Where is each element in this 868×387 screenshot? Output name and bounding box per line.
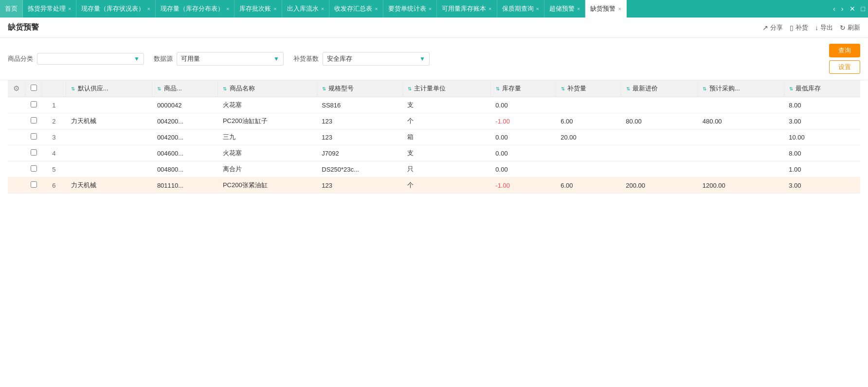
tab-stock-dist[interactable]: 现存量（库存分布表） × xyxy=(156,0,235,18)
datasource-select[interactable]: 可用量 ▼ xyxy=(177,52,284,66)
row-select-checkbox-1[interactable] xyxy=(31,117,37,123)
row-code-3: 004600... xyxy=(152,145,218,161)
row-name-4: 离合片 xyxy=(218,161,317,177)
tab-overstock[interactable]: 超储预警 × xyxy=(544,0,585,18)
refresh-icon: ↻ xyxy=(840,24,846,32)
row-unit-2: 箱 xyxy=(402,129,490,145)
row-min-stock-4: 1.00 xyxy=(784,161,860,177)
row-spec-2: 123 xyxy=(317,129,402,145)
tab-demand-stats[interactable]: 要货单统计表 × xyxy=(383,0,437,18)
row-supplier-2 xyxy=(66,129,152,145)
datasource-filter-label: 数据源 xyxy=(154,54,173,63)
settings-button[interactable]: 设置 xyxy=(829,60,860,74)
supplier-sort-icon: ⇅ xyxy=(71,86,75,91)
row-spec-1: 123 xyxy=(317,113,402,129)
tab-available-ledger[interactable]: 可用量库存账本 × xyxy=(437,0,497,18)
row-checkbox-3 xyxy=(25,145,42,161)
tab-close-demand-stats[interactable]: × xyxy=(429,6,432,12)
row-settings-4 xyxy=(8,161,25,177)
tab-shelf-life[interactable]: 保质期查询 × xyxy=(497,0,544,18)
row-checkbox-2 xyxy=(25,129,42,145)
tab-shortage[interactable]: 缺货预警 × xyxy=(585,0,626,18)
category-select-arrow: ▼ xyxy=(134,55,140,62)
main-content: 缺货预警 ↗ 分享 ▯ 补货 ↓ 导出 ↻ 刷新 商品分类 xyxy=(0,18,868,387)
replenish-basis-filter-group: 补货基数 安全库存 ▼ xyxy=(293,52,430,66)
page-header: 缺货预警 ↗ 分享 ▯ 补货 ↓ 导出 ↻ 刷新 xyxy=(0,18,868,38)
tab-close-available-ledger[interactable]: × xyxy=(488,6,491,12)
tab-scroll-left[interactable]: ‹ xyxy=(830,0,838,18)
tab-close-collect-summary[interactable]: × xyxy=(375,6,378,12)
column-checkbox-all xyxy=(25,80,42,97)
row-supplier-3 xyxy=(66,145,152,161)
column-min-stock: ⇅ 最低库存 xyxy=(784,80,860,97)
row-min-stock-5: 3.00 xyxy=(784,177,860,194)
est-purchase-sort-icon: ⇅ xyxy=(703,86,706,91)
row-min-stock-1: 3.00 xyxy=(784,113,860,129)
row-unit-1: 个 xyxy=(402,113,490,129)
row-min-stock-2: 10.00 xyxy=(784,129,860,145)
row-select-checkbox-3[interactable] xyxy=(31,149,37,156)
export-button[interactable]: ↓ 导出 xyxy=(815,23,833,32)
replenish-button[interactable]: ▯ 补货 xyxy=(790,23,808,32)
column-gear-icon[interactable]: ⚙ xyxy=(13,84,19,92)
row-select-checkbox-0[interactable] xyxy=(31,101,37,107)
tab-close-shortage[interactable]: × xyxy=(618,6,621,12)
datasource-select-value: 可用量 xyxy=(181,54,200,63)
tab-close-in-out-flow[interactable]: × xyxy=(321,6,324,12)
tab-stock-status[interactable]: 现存量（库存状况表） × xyxy=(76,0,155,18)
tab-close-stock-status[interactable]: × xyxy=(147,6,150,12)
replenish-basis-select[interactable]: 安全库存 ▼ xyxy=(323,52,430,66)
tab-home[interactable]: 首页 xyxy=(0,0,23,18)
row-select-checkbox-4[interactable] xyxy=(31,165,37,172)
row-settings-3 xyxy=(8,145,25,161)
stock-sort-icon: ⇅ xyxy=(496,86,500,91)
tab-close-overstock[interactable]: × xyxy=(577,6,580,12)
row-spec-5: 123 xyxy=(317,177,402,194)
tab-close-stock-dist[interactable]: × xyxy=(226,6,229,12)
column-replenish: ⇅ 补货量 xyxy=(556,80,621,97)
column-spec: ⇅ 规格型号 xyxy=(317,80,402,97)
tab-scroll-right[interactable]: › xyxy=(838,0,847,18)
row-replenish-1: 6.00 xyxy=(556,113,621,129)
share-button[interactable]: ↗ 分享 xyxy=(762,23,783,32)
tab-close-exception[interactable]: × xyxy=(68,6,71,12)
query-button[interactable]: 查询 xyxy=(829,44,860,57)
row-code-4: 004800... xyxy=(152,161,218,177)
row-unit-5: 个 xyxy=(402,177,490,194)
row-est-purchase-3 xyxy=(698,145,784,161)
latest-price-sort-icon: ⇅ xyxy=(626,86,630,91)
row-name-2: 三九 xyxy=(218,129,317,145)
replenish-basis-value: 安全库存 xyxy=(327,54,352,63)
row-est-purchase-5: 1200.00 xyxy=(698,177,784,194)
row-settings-0 xyxy=(8,97,25,113)
tab-close-batch-account[interactable]: × xyxy=(273,6,276,12)
row-replenish-5: 6.00 xyxy=(556,177,621,194)
table-container: ⚙ ⇅ 默认供应... ⇅ 商品... ⇅ xyxy=(0,80,868,194)
row-select-checkbox-5[interactable] xyxy=(31,181,37,188)
tab-close-all[interactable]: ✕ xyxy=(847,0,858,18)
row-select-checkbox-2[interactable] xyxy=(31,133,37,140)
tab-exception[interactable]: 拣货异常处理 × xyxy=(23,0,76,18)
table-row: 3 004200... 三九 123 箱 0.00 20.00 10.00 xyxy=(8,129,860,145)
select-all-checkbox[interactable] xyxy=(31,85,37,91)
tab-maximize[interactable]: □ xyxy=(858,0,868,18)
row-min-stock-0: 8.00 xyxy=(784,97,860,113)
row-stock-1: -1.00 xyxy=(490,113,556,129)
tab-close-shelf-life[interactable]: × xyxy=(536,6,539,12)
row-replenish-3 xyxy=(556,145,621,161)
tab-nav-controls: ‹ › ✕ □ xyxy=(830,0,868,18)
tab-batch-account[interactable]: 库存批次账 × xyxy=(235,0,282,18)
category-select[interactable]: ▼ xyxy=(37,53,144,65)
column-settings: ⚙ xyxy=(8,80,25,97)
row-stock-3: 0.00 xyxy=(490,145,556,161)
row-supplier-4 xyxy=(66,161,152,177)
refresh-button[interactable]: ↻ 刷新 xyxy=(840,23,860,32)
row-supplier-0 xyxy=(66,97,152,113)
tab-collect-summary[interactable]: 收发存汇总表 × xyxy=(329,0,383,18)
row-name-3: 火花塞 xyxy=(218,145,317,161)
column-supplier: ⇅ 默认供应... xyxy=(66,80,152,97)
name-sort-icon: ⇅ xyxy=(223,86,227,91)
row-latest-price-1: 80.00 xyxy=(621,113,698,129)
row-checkbox-5 xyxy=(25,177,42,194)
tab-in-out-flow[interactable]: 出入库流水 × xyxy=(282,0,329,18)
